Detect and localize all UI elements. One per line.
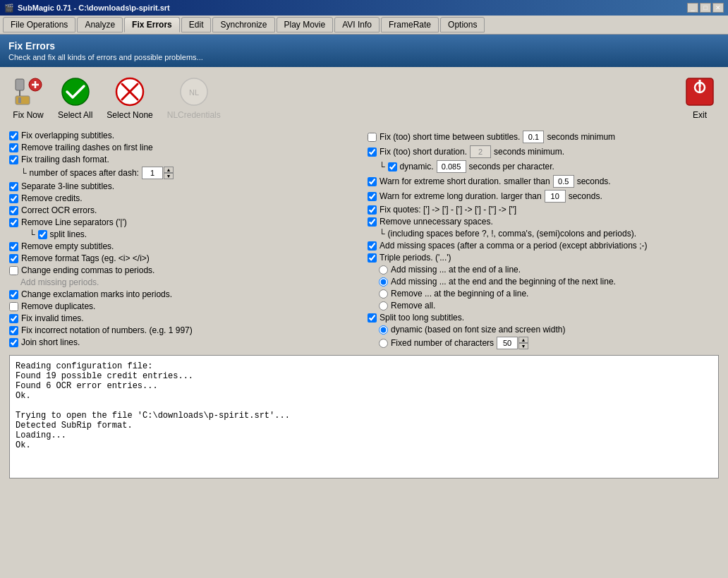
- change-exclamation-label: Change exclamation marks into periods.: [21, 289, 172, 299]
- number-spaces-label: number of spaces after dash:: [30, 168, 139, 178]
- dynamic-suffix: seconds per character.: [469, 162, 554, 171]
- spaces-spin-up[interactable]: ▲: [164, 167, 174, 173]
- fix-quotes-label: Fix quotes: ['] -> ['] - ['] -> ['] - ["…: [380, 205, 516, 215]
- svg-rect-1: [16, 79, 24, 90]
- fix-quotes-checkbox[interactable]: [368, 205, 377, 215]
- remove-trailing-dashes-label: Remove trailing dashes on first line: [21, 143, 153, 152]
- correct-ocr-label: Correct OCR errors.: [21, 205, 97, 215]
- fixed-chars-spinner: ▲ ▼: [497, 337, 528, 349]
- change-ending-commas-row: Change ending commas to periods.: [9, 265, 360, 275]
- remove-format-tags-checkbox[interactable]: [9, 254, 18, 263]
- radio-fixed-chars-row: Fixed number of characters ▲ ▼: [368, 337, 719, 349]
- triple-periods-checkbox[interactable]: [368, 253, 377, 263]
- fix-trailing-dash-format-row: Fix trailing dash format.: [9, 155, 360, 164]
- join-short-lines-row: Join short lines.: [9, 337, 360, 347]
- nlcredentials-icon: NL: [178, 76, 210, 107]
- maximize-button[interactable]: □: [700, 3, 711, 13]
- radio-dynamic-split-label: dynamic (based on font size and screen w…: [391, 325, 565, 335]
- tab-avi-info[interactable]: AVI Info: [334, 17, 380, 32]
- radio-remove-begin[interactable]: [379, 289, 388, 299]
- fix-invalid-times-checkbox[interactable]: [9, 314, 18, 323]
- warn-short-checkbox[interactable]: [368, 177, 377, 186]
- spaces-spin-down[interactable]: ▼: [164, 173, 174, 179]
- nlcredentials-button[interactable]: NL NLCredentials: [167, 76, 221, 120]
- window-title: SubMagic 0.71 - C:\downloads\p-spirit.sr…: [18, 4, 170, 12]
- fixed-chars-spin-down[interactable]: ▼: [518, 343, 528, 349]
- select-none-button[interactable]: Select None: [107, 76, 152, 120]
- separate-3line-label: Separate 3-line subtitles.: [21, 181, 114, 191]
- section-title: Fix Errors: [8, 40, 720, 52]
- radio-add-end-begin[interactable]: [379, 277, 388, 287]
- remove-unnecessary-spaces-checkbox[interactable]: [368, 217, 377, 227]
- remove-empty-label: Remove empty subtitles.: [21, 241, 114, 251]
- radio-remove-all[interactable]: [379, 301, 388, 311]
- dynamic-row: └ dynamic. seconds per character.: [368, 160, 719, 173]
- fix-trailing-dash-format-checkbox[interactable]: [9, 155, 18, 164]
- remove-format-tags-row: Remove format Tags (eg. <i> </i>): [9, 253, 360, 263]
- fix-short-time-row: Fix (too) short time between subtitles. …: [368, 131, 719, 143]
- fix-now-button[interactable]: Fix Now: [13, 76, 44, 120]
- radio-dynamic-split[interactable]: [379, 325, 388, 335]
- remove-line-sep-checkbox[interactable]: [9, 218, 18, 227]
- change-exclamation-checkbox[interactable]: [9, 290, 18, 299]
- triple-periods-label: Triple periods. ('...'): [380, 253, 451, 263]
- fix-trailing-dash-format-label: Fix trailing dash format.: [21, 155, 109, 164]
- minimize-button[interactable]: _: [687, 3, 698, 13]
- window-controls: _ □ ✕: [687, 3, 724, 13]
- remove-empty-checkbox[interactable]: [9, 242, 18, 251]
- fix-short-duration-row: Fix (too) short duration. seconds minimu…: [368, 145, 719, 158]
- separate-3line-checkbox[interactable]: [9, 182, 18, 191]
- fix-incorrect-notation-label: Fix incorrect notation of numbers. (e.g.…: [21, 325, 193, 335]
- warn-long-prefix: larger than: [501, 191, 541, 201]
- radio-remove-all-row: Remove all.: [368, 301, 719, 311]
- exit-icon: [684, 76, 715, 107]
- number-spaces-row: └ number of spaces after dash: ▲ ▼: [9, 167, 360, 179]
- warn-short-input[interactable]: [553, 175, 574, 188]
- fix-short-duration-checkbox[interactable]: [368, 147, 377, 157]
- tab-synchronize[interactable]: Synchronize: [212, 17, 274, 32]
- radio-fixed-chars[interactable]: [379, 339, 388, 348]
- fixed-chars-input[interactable]: [497, 337, 518, 349]
- dynamic-input[interactable]: [437, 160, 466, 173]
- remove-trailing-dashes-checkbox[interactable]: [9, 143, 18, 152]
- change-ending-commas-checkbox[interactable]: [9, 266, 18, 275]
- split-lines-checkbox[interactable]: [38, 230, 47, 239]
- join-short-lines-checkbox[interactable]: [9, 338, 18, 347]
- fixed-chars-spin-up[interactable]: ▲: [518, 337, 528, 343]
- split-too-long-checkbox[interactable]: [368, 313, 377, 323]
- tab-fix-errors[interactable]: Fix Errors: [124, 17, 180, 32]
- select-all-button[interactable]: Select All: [58, 76, 92, 120]
- tab-options[interactable]: Options: [440, 17, 485, 32]
- remove-unnecessary-spaces-label: Remove unnecessary spaces.: [380, 217, 493, 227]
- close-button[interactable]: ✕: [712, 3, 724, 13]
- tab-edit[interactable]: Edit: [181, 17, 212, 32]
- split-indent: └: [29, 229, 35, 239]
- tab-file-operations[interactable]: File Operations: [3, 17, 75, 32]
- warn-long-input[interactable]: [545, 190, 566, 203]
- add-missing-spaces-row: Add missing spaces (after a comma or a p…: [368, 241, 719, 251]
- radio-remove-all-label: Remove all.: [391, 301, 435, 311]
- remove-duplicates-checkbox[interactable]: [9, 302, 18, 311]
- fix-incorrect-notation-checkbox[interactable]: [9, 326, 18, 335]
- title-bar-text: 🎬 SubMagic 0.71 - C:\downloads\p-spirit.…: [4, 4, 170, 13]
- remove-unnecessary-spaces-row: Remove unnecessary spaces.: [368, 217, 719, 227]
- remove-credits-checkbox[interactable]: [9, 194, 18, 203]
- split-too-long-row: Split too long subtitles.: [368, 313, 719, 323]
- correct-ocr-checkbox[interactable]: [9, 206, 18, 215]
- radio-add-end-line[interactable]: [379, 265, 388, 275]
- exit-button[interactable]: Exit: [684, 76, 715, 120]
- fix-quotes-row: Fix quotes: ['] -> ['] - ['] -> ['] - ["…: [368, 205, 719, 215]
- tab-analyze[interactable]: Analyze: [77, 17, 123, 32]
- add-missing-spaces-checkbox[interactable]: [368, 241, 377, 251]
- fix-short-time-input[interactable]: [523, 131, 544, 143]
- toolbar: Fix Now Select All Select None: [6, 73, 722, 124]
- spaces-input[interactable]: [142, 167, 163, 179]
- tab-play-movie[interactable]: Play Movie: [277, 17, 334, 32]
- fix-overlap-checkbox[interactable]: [9, 131, 18, 140]
- tab-framerate[interactable]: FrameRate: [381, 17, 439, 32]
- dynamic-checkbox[interactable]: [388, 162, 397, 171]
- including-indent: └: [379, 229, 385, 239]
- warn-long-checkbox[interactable]: [368, 192, 377, 201]
- fix-short-time-checkbox[interactable]: [368, 133, 377, 142]
- radio-add-end-begin-label: Add missing ... at the end and the begin…: [391, 277, 616, 287]
